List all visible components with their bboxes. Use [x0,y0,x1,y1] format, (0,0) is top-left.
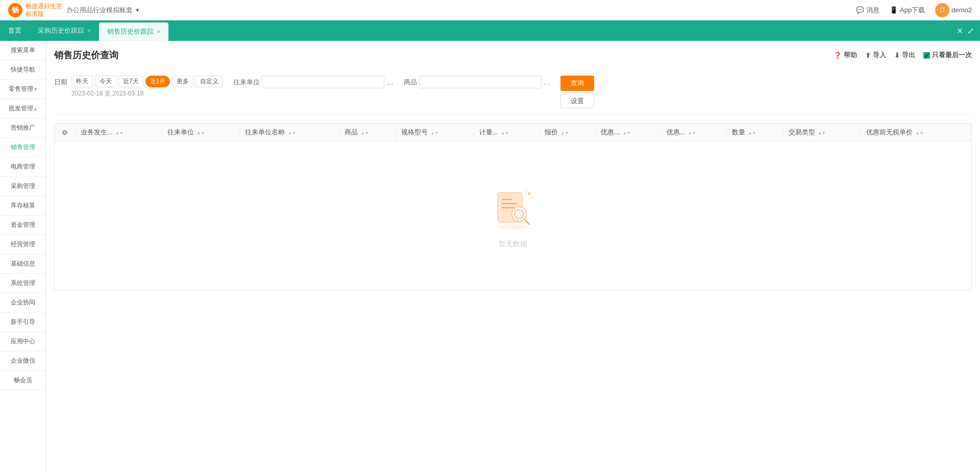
user-menu[interactable]: D demo2 [935,3,972,17]
partner-filter-label: 往来单位 [233,78,260,87]
setting-button[interactable]: 设置 [560,94,594,108]
date-btn-yesterday[interactable]: 昨天 [71,76,93,87]
app-download-button[interactable]: 📱 App下载 [890,6,925,15]
tab-purchase-history-close[interactable]: × [87,27,91,34]
tab-sales-history[interactable]: 销售历史价跟踪 × [99,22,168,41]
help-button[interactable]: ❓ 帮助 [834,51,857,60]
table-col-qty[interactable]: 数量 ▲▼ [726,124,783,141]
data-table-container: ⚙ 业务发生... ▲▼ 往来单位 ▲▼ 往来单位名称 ▲ [54,123,972,290]
partner-filter-group: 往来单位 ... [233,76,393,88]
table-col-price[interactable]: 报价 ▲▼ [539,124,596,141]
sidebar-item-operations[interactable]: 经营管理 [0,235,45,254]
sort-icon[interactable]: ▲▼ [288,131,296,135]
sidebar-item-ecommerce[interactable]: 电商管理 [0,157,45,177]
sort-icon[interactable]: ▲▼ [818,131,826,135]
query-button[interactable]: 查询 [560,76,594,91]
page-title-actions: ❓ 帮助 ⬆ 导入 ⬇ 导出 只看最后一次 [834,51,972,60]
avatar: D [935,3,949,17]
tab-sales-history-close[interactable]: × [157,28,160,35]
page-header: 销售历史价查询 ❓ 帮助 ⬆ 导入 ⬇ 导出 [54,49,972,61]
table-col-pre-tax-price[interactable]: 优惠前无税单价 ▲▼ [861,124,971,141]
message-icon: 💬 [856,6,864,14]
filter-btn-actions: 查询 设置 [560,76,594,108]
data-table: ⚙ 业务发生... ▲▼ 往来单位 ▲▼ 往来单位名称 ▲ [55,124,971,290]
sort-icon[interactable]: ▲▼ [748,131,756,135]
date-btn-7days[interactable]: 近7天 [118,76,143,87]
table-col-partner-name[interactable]: 往来单位名称 ▲▼ [240,124,339,141]
sort-icon[interactable]: ▲▼ [197,131,205,135]
sort-icon[interactable]: ▲▼ [623,131,631,135]
sidebar-item-enterprise[interactable]: 企业协同 [0,293,45,313]
only-last-checkbox-label[interactable]: 只看最后一次 [923,51,972,60]
chevron-down-icon: ▾ [34,86,37,92]
sidebar-item-inventory[interactable]: 库存核算 [0,196,45,216]
table-col-partner-code[interactable]: 往来单位 ▲▼ [162,124,240,141]
only-last-checkbox[interactable] [923,52,930,59]
sidebar-item-basic-info[interactable]: 基础信息 [0,254,45,274]
table-col-biz-date[interactable]: 业务发生... ▲▼ [75,124,162,141]
tab-home[interactable]: 首页 [0,20,30,41]
sidebar-item-system[interactable]: 系统管理 [0,274,45,293]
sidebar-item-search-menu[interactable]: 搜索菜单 [0,41,45,60]
sidebar: 搜索菜单 快捷导航 零售管理 ▾ 批发管理 ▴ 营销推广 销售管理 电商管理 采… [0,41,46,472]
page: 销售历史价查询 ❓ 帮助 ⬆ 导入 ⬇ 导出 [46,41,980,472]
svg-point-0 [498,224,528,230]
svg-point-8 [528,192,531,195]
sidebar-item-purchase-mgmt[interactable]: 采购管理 [0,177,45,196]
workspace-selector[interactable]: 办公用品行业模拟账套 ▾ [66,6,139,15]
expand-window-icon[interactable]: ⤢ [967,26,974,36]
svg-rect-4 [502,207,514,208]
sort-icon[interactable]: ▲▼ [501,131,509,135]
svg-point-6 [514,209,524,219]
tab-purchase-history[interactable]: 采购历史价跟踪 × [30,20,99,41]
sort-icon[interactable]: ▲▼ [115,131,124,135]
date-btn-more[interactable]: 更多 [172,76,193,87]
empty-text: 暂无数据 [499,240,527,249]
table-col-spec[interactable]: 规格型号 ▲▼ [396,124,474,141]
import-button[interactable]: ⬆ 导入 [865,51,886,60]
export-icon: ⬇ [894,52,900,59]
table-col-trade-type[interactable]: 交易类型 ▲▼ [783,124,861,141]
product-filter-input[interactable] [419,76,542,88]
filter-area: 日期 昨天 今天 近7天 近1月 更多 自定义 2023-02-18 至 202… [54,69,972,115]
download-icon: 📱 [890,6,898,14]
sidebar-item-retail-mgmt[interactable]: 零售管理 ▾ [0,80,45,99]
sort-icon[interactable]: ▲▼ [560,131,569,135]
partner-filter-lookup[interactable]: ... [386,78,393,87]
message-button[interactable]: 💬 消息 [856,6,879,15]
date-btn-today[interactable]: 今天 [95,76,116,87]
sort-icon[interactable]: ▲▼ [688,131,696,135]
sidebar-item-member[interactable]: 畅会员 [0,371,45,390]
partner-filter-input[interactable] [262,76,384,88]
sidebar-item-wechat[interactable]: 企业微信 [0,351,45,371]
sidebar-item-sales-mgmt[interactable]: 销售管理 [0,138,45,157]
sidebar-item-quick-nav[interactable]: 快捷导航 [0,60,45,80]
table-header-row: ⚙ 业务发生... ▲▼ 往来单位 ▲▼ 往来单位名称 ▲ [55,124,971,141]
sort-icon[interactable]: ▲▼ [361,131,369,135]
table-col-gear[interactable]: ⚙ [55,124,75,141]
sidebar-item-wholesale-mgmt[interactable]: 批发管理 ▴ [0,99,45,119]
sidebar-item-finance[interactable]: 资金管理 [0,216,45,235]
close-window-icon[interactable]: ✕ [957,26,963,36]
date-buttons: 昨天 今天 近7天 近1月 更多 自定义 2023-02-18 至 2023-0… [71,76,223,98]
logo-text: 畅捷通好生意 标准版 [26,3,62,17]
product-filter-group: 商品 ... [404,76,550,88]
table-col-unit[interactable]: 计量... ▲▼ [474,124,539,141]
table-col-discount1[interactable]: 优惠... ▲▼ [596,124,661,141]
top-right-actions: 💬 消息 📱 App下载 D demo2 [856,3,972,17]
tab-bar: 首页 采购历史价跟踪 × 销售历史价跟踪 × ✕ ⤢ [0,20,980,41]
sort-icon[interactable]: ▲▼ [430,131,438,135]
sidebar-item-guide[interactable]: 新手引导 [0,313,45,332]
sidebar-item-marketing[interactable]: 营销推广 [0,119,45,138]
table-col-product[interactable]: 商品 ▲▼ [339,124,396,141]
sidebar-item-app-center[interactable]: 应用中心 [0,332,45,351]
page-title: 销售历史价查询 [54,49,118,61]
date-btn-1month[interactable]: 近1月 [145,76,170,87]
table-col-discount2[interactable]: 优惠... ▲▼ [661,124,726,141]
tab-bar-actions: ✕ ⤢ [957,20,980,41]
main: 搜索菜单 快捷导航 零售管理 ▾ 批发管理 ▴ 营销推广 销售管理 电商管理 采… [0,41,980,472]
export-button[interactable]: ⬇ 导出 [894,51,915,60]
sort-icon[interactable]: ▲▼ [916,131,924,135]
date-btn-custom[interactable]: 自定义 [195,76,223,87]
product-filter-lookup[interactable]: ... [544,78,550,87]
